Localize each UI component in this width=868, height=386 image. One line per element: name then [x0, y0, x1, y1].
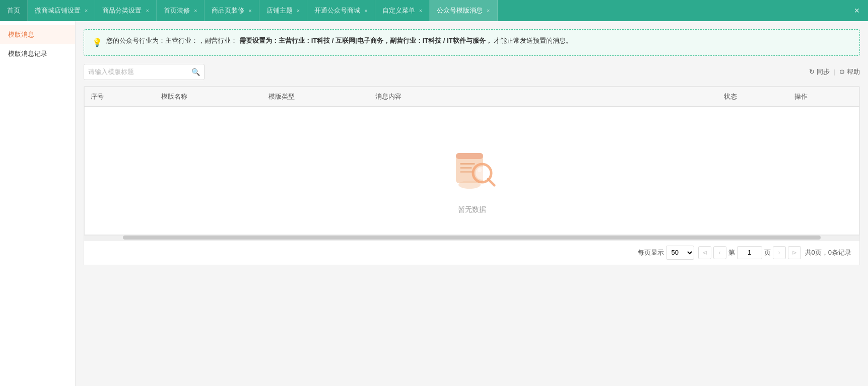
prev-page-button[interactable]: ‹: [713, 246, 726, 259]
nav-tab-open-wechat-label: 开通公众号商城: [314, 6, 360, 15]
nav-tab-product-decor[interactable]: 商品页装修 ×: [205, 0, 259, 21]
search-bar: 🔍 ↻ 同步 | ⊙ 帮助: [84, 64, 860, 80]
nav-tab-category[interactable]: 商品分类设置 ×: [95, 0, 156, 21]
svg-rect-2: [456, 153, 483, 159]
toolbar-divider: |: [834, 68, 835, 75]
notice-icon: 💡: [92, 36, 102, 49]
nav-tab-home-label: 首页: [7, 6, 20, 15]
table-wrapper: 序号 模版名称 模版类型 消息内容 状态: [84, 86, 860, 265]
nav-tab-home-decor[interactable]: 首页装修 ×: [157, 0, 205, 21]
svg-line-8: [488, 179, 494, 185]
close-all-button[interactable]: ✕: [846, 0, 868, 21]
close-shop-theme[interactable]: ×: [297, 8, 300, 14]
empty-text: 暂无数据: [458, 205, 486, 214]
sidebar: 模版消息 模版消息记录: [0, 21, 76, 386]
next-page-button[interactable]: ›: [773, 246, 786, 259]
scroll-thumb[interactable]: [123, 236, 821, 240]
col-index: 序号: [85, 87, 156, 106]
svg-point-9: [478, 168, 482, 172]
table-header-row: 序号 模版名称 模版类型 消息内容 状态: [85, 87, 859, 106]
table-body: 暂无数据: [85, 106, 859, 235]
empty-state: 暂无数据: [85, 107, 859, 235]
col-name: 模版名称: [155, 87, 262, 106]
empty-row: 暂无数据: [85, 106, 859, 235]
close-template-msg[interactable]: ×: [487, 8, 490, 14]
sync-label: 同步: [817, 67, 830, 76]
table-head: 序号 模版名称 模版类型 消息内容 状态: [85, 87, 859, 106]
first-page-button[interactable]: ⊲: [698, 246, 711, 259]
pagination: 每页显示 10 20 50 100 ⊲ ‹ 第 页 › ⊳: [84, 240, 859, 265]
close-product-decor[interactable]: ×: [248, 8, 251, 14]
help-circle-icon: ⊙: [839, 68, 845, 75]
nav-tab-category-label: 商品分类设置: [102, 6, 142, 15]
col-status: 状态: [718, 87, 788, 106]
page-size-dropdown[interactable]: 10 20 50 100: [666, 246, 694, 260]
content-area: 💡 您的公众号行业为：主营行业：，副营行业： 需要设置为：主营行业：IT科技 /…: [76, 21, 868, 386]
nav-tab-home-decor-label: 首页装修: [164, 6, 190, 15]
close-shop-setting[interactable]: ×: [85, 8, 88, 14]
col-content: 消息内容: [369, 87, 718, 106]
nav-tab-template-msg-label: 公众号模版消息: [437, 6, 483, 15]
close-all-icon: ✕: [854, 7, 860, 15]
nav-tab-shop-theme-label: 店铺主题: [266, 6, 293, 15]
notice-text: 您的公众号行业为：主营行业：，副营行业： 需要设置为：主营行业：IT科技 / 互…: [106, 36, 851, 46]
top-nav: 首页 微商城店铺设置 × 商品分类设置 × 首页装修 × 商品页装修 × 店铺主…: [0, 0, 868, 21]
nav-tab-home[interactable]: 首页: [0, 0, 28, 21]
sidebar-item-template-msg-log-label: 模版消息记录: [8, 50, 47, 57]
sync-icon: ↻: [809, 68, 815, 75]
data-table: 序号 模版名称 模版类型 消息内容 状态: [84, 87, 859, 235]
notice-suffix: 才能正常发送预置的消息。: [494, 37, 572, 44]
col-action: 操作: [788, 87, 859, 106]
col-type: 模版类型: [262, 87, 369, 106]
nav-tab-open-wechat[interactable]: 开通公众号商城 ×: [307, 0, 375, 21]
help-button[interactable]: ⊙ 帮助: [839, 67, 860, 76]
page-number-input[interactable]: [737, 246, 762, 259]
total-info: 共0页，0条记录: [805, 248, 851, 257]
last-page-button[interactable]: ⊳: [788, 246, 801, 259]
page-size-label: 每页显示: [638, 248, 664, 257]
close-category[interactable]: ×: [146, 8, 149, 14]
sync-button[interactable]: ↻ 同步: [809, 67, 830, 76]
svg-point-7: [476, 167, 489, 180]
nav-tab-template-msg[interactable]: 公众号模版消息 ×: [430, 0, 497, 21]
nav-tab-custom-menu-label: 自定义菜单: [382, 6, 415, 15]
close-home-decor[interactable]: ×: [194, 8, 197, 14]
notice-banner: 💡 您的公众号行业为：主营行业：，副营行业： 需要设置为：主营行业：IT科技 /…: [84, 29, 860, 56]
nav-tab-shop-setting[interactable]: 微商城店铺设置 ×: [28, 0, 95, 21]
notice-highlight: 需要设置为：主营行业：IT科技 / 互联网|电子商务，副营行业：IT科技 / I…: [239, 37, 492, 44]
svg-rect-4: [460, 167, 472, 169]
page-word2: 页: [764, 248, 771, 257]
main-layout: 模版消息 模版消息记录 💡 您的公众号行业为：主营行业：，副营行业： 需要设置为…: [0, 21, 868, 386]
page-word: 第: [728, 248, 735, 257]
sidebar-item-template-msg-label: 模版消息: [8, 31, 34, 38]
empty-cell: 暂无数据: [85, 106, 859, 235]
search-input[interactable]: [88, 68, 191, 75]
page-size-select: 每页显示 10 20 50 100: [638, 246, 694, 260]
notice-prefix: 您的公众号行业为：主营行业：，副营行业：: [106, 37, 237, 44]
page-nav: ⊲ ‹ 第 页 › ⊳: [698, 246, 801, 259]
nav-tab-shop-setting-label: 微商城店铺设置: [35, 6, 81, 15]
nav-tab-custom-menu[interactable]: 自定义菜单 ×: [375, 0, 430, 21]
search-input-wrap[interactable]: 🔍: [84, 64, 205, 80]
empty-state-illustration: [442, 137, 502, 197]
close-open-wechat[interactable]: ×: [364, 8, 367, 14]
svg-rect-3: [460, 163, 475, 165]
sidebar-item-template-msg[interactable]: 模版消息: [0, 25, 75, 44]
help-label: 帮助: [847, 67, 860, 76]
toolbar-right: ↻ 同步 | ⊙ 帮助: [809, 67, 860, 76]
nav-tab-shop-theme[interactable]: 店铺主题 ×: [259, 0, 307, 21]
nav-tab-product-decor-label: 商品页装修: [212, 6, 244, 15]
scroll-bar-area[interactable]: [84, 235, 859, 240]
search-icon[interactable]: 🔍: [191, 68, 200, 76]
sidebar-item-template-msg-log[interactable]: 模版消息记录: [0, 44, 75, 63]
close-custom-menu[interactable]: ×: [419, 8, 422, 14]
